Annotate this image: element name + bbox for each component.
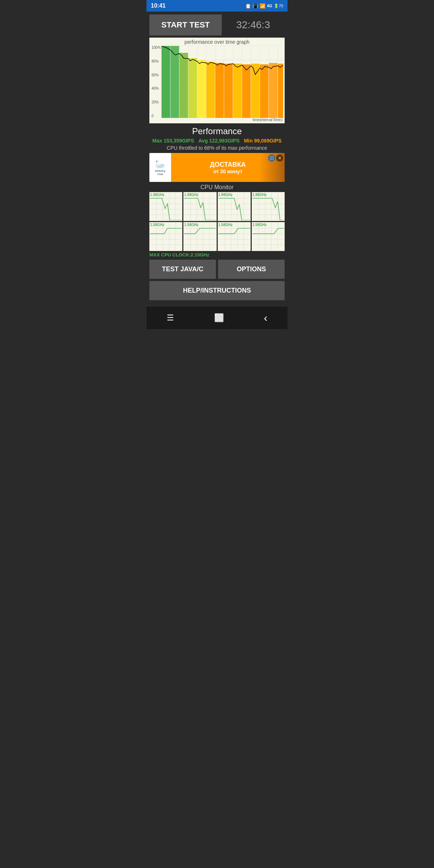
cpu-monitor-title: CPU Monitor	[149, 184, 285, 191]
cpu-cell-2: 1.98GHz	[218, 192, 251, 221]
graph-title: performance over time graph	[151, 39, 283, 45]
svg-rect-29	[251, 64, 260, 118]
max-cpu-clock: MAX CPU CLOCK:2.10GHz	[149, 252, 285, 258]
cpu-freq-3: 1.98GHz	[252, 193, 267, 197]
y-label-100: 100%	[152, 46, 161, 50]
y-label-60: 60%	[152, 73, 161, 77]
svg-rect-20	[170, 46, 179, 118]
perf-avg: Avg 122,993GIPS	[199, 138, 240, 144]
nav-back-icon[interactable]: ‹	[264, 312, 268, 324]
vibrate-icon: 📳	[252, 3, 258, 9]
cpu-freq-0: 1.98GHz	[150, 193, 164, 197]
clipboard-icon: 📋	[245, 3, 251, 9]
cpu-cell-6: 1.58GHz	[218, 222, 251, 251]
svg-rect-27	[233, 64, 242, 118]
ad-subtitle: от 30 минут	[213, 169, 243, 174]
y-label-0: 0	[152, 114, 161, 118]
ad-title: ДОСТАВКА	[210, 161, 246, 169]
battery-icon: 🔋70	[274, 4, 283, 8]
cpu-cell-3: 1.98GHz	[252, 192, 285, 221]
cpu-freq-4: 1.58GHz	[150, 223, 164, 227]
perf-min: Min 99,069GIPS	[244, 138, 281, 144]
ad-logo-bird-icon: 🦢	[155, 159, 166, 169]
ad-info-button[interactable]: ⓘ	[268, 154, 275, 162]
cpu-freq-7: 1.58GHz	[252, 223, 267, 227]
cpu-top-grid: 1.98GHz 1.98GHz	[149, 192, 285, 221]
cpu-bottom-grid: 1.58GHz 1.58GHz	[149, 222, 285, 251]
timer-display: 32:46:3	[222, 19, 285, 31]
svg-rect-28	[242, 64, 251, 118]
graph-svg	[151, 46, 283, 118]
graph-container: 100% 80% 60% 40% 20% 0	[151, 46, 283, 118]
svg-rect-32	[278, 64, 283, 118]
top-row: START TEST 32:46:3	[149, 14, 285, 35]
nav-menu-icon[interactable]: ☰	[167, 313, 174, 323]
performance-section: Performance Max 153,359GIPS Avg 122,993G…	[149, 126, 285, 151]
cpu-cell-7: 1.58GHz	[252, 222, 285, 251]
status-bar: 10:41 📋 📳 📶 4G 🔋70	[146, 0, 288, 12]
cpu-cell-0: 1.98GHz	[149, 192, 182, 221]
svg-rect-31	[269, 63, 277, 118]
cpu-freq-2: 1.98GHz	[218, 193, 233, 197]
svg-rect-26	[224, 64, 233, 118]
nav-bar: ☰ ⬜ ‹	[146, 307, 288, 329]
start-test-button[interactable]: START TEST	[149, 14, 222, 35]
svg-rect-22	[188, 58, 197, 118]
ad-banner[interactable]: 🦢 Delivery Club ДОСТАВКА от 30 минут ⓘ ✕	[149, 153, 285, 182]
cpu-cell-1: 1.98GHz	[183, 192, 216, 221]
signal-4g-icon: 4G	[267, 4, 272, 8]
main-content: START TEST 32:46:3 performance over time…	[146, 12, 288, 305]
cpu-cell-4: 1.58GHz	[149, 222, 182, 251]
y-label-80: 80%	[152, 59, 161, 63]
cpu-cell-5: 1.58GHz	[183, 222, 216, 251]
options-button[interactable]: OPTIONS	[218, 260, 285, 279]
ad-close-button[interactable]: ✕	[276, 154, 283, 162]
performance-title: Performance	[149, 126, 285, 136]
cpu-monitor-section: CPU Monitor 1.98GHz 1.98	[149, 184, 285, 258]
perf-throttle: CPU throttled to 68% of its max performa…	[149, 145, 285, 151]
svg-rect-30	[260, 64, 269, 118]
svg-rect-21	[179, 53, 188, 118]
performance-graph-section: performance over time graph 100% 80% 60%…	[149, 38, 285, 123]
cpu-freq-6: 1.58GHz	[218, 223, 233, 227]
ad-logo-text2: Club	[157, 173, 163, 176]
svg-rect-25	[215, 63, 224, 118]
test-java-c-button[interactable]: TEST JAVA/C	[149, 260, 216, 279]
graph-x-label: time(interval 5min)	[151, 118, 283, 122]
help-instructions-button[interactable]: HELP/INSTRUCTIONS	[149, 281, 285, 300]
y-label-20: 20%	[152, 100, 161, 104]
perf-stats: Max 153,359GIPS Avg 122,993GIPS Min 99,0…	[149, 138, 285, 144]
btn-row: TEST JAVA/C OPTIONS	[149, 260, 285, 279]
svg-rect-24	[206, 62, 215, 118]
svg-rect-23	[197, 60, 206, 118]
nav-home-icon[interactable]: ⬜	[214, 313, 224, 323]
status-time: 10:41	[151, 3, 166, 9]
status-icons: 📋 📳 📶 4G 🔋70	[245, 3, 283, 9]
graph-y-labels: 100% 80% 60% 40% 20% 0	[152, 46, 161, 118]
y-label-40: 40%	[152, 86, 161, 90]
perf-max: Max 153,359GIPS	[152, 138, 194, 144]
svg-rect-19	[162, 46, 170, 118]
cpu-freq-5: 1.58GHz	[184, 223, 198, 227]
ad-logo-text1: Delivery	[155, 169, 166, 173]
cpu-freq-1: 1.98GHz	[184, 193, 198, 197]
ad-logo: 🦢 Delivery Club	[149, 153, 171, 182]
wifi-icon: 📶	[260, 3, 265, 9]
